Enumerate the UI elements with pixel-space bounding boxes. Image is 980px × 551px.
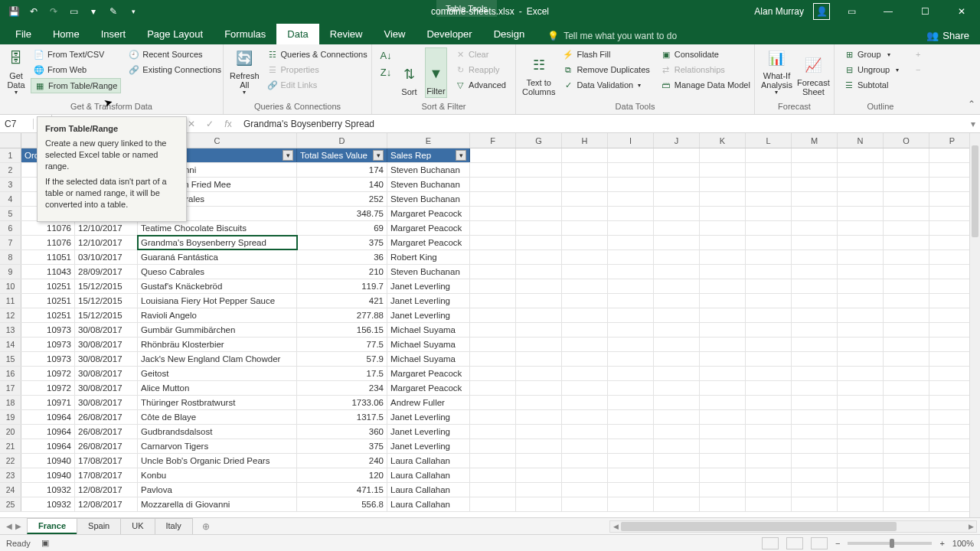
- cell[interactable]: [929, 207, 975, 220]
- tab-file[interactable]: File: [5, 24, 42, 44]
- cell[interactable]: 240: [297, 454, 387, 468]
- cell[interactable]: [884, 381, 929, 395]
- cell[interactable]: [746, 323, 792, 337]
- cell[interactable]: [470, 323, 516, 337]
- cell[interactable]: [654, 497, 700, 511]
- cell[interactable]: [654, 381, 700, 395]
- cell[interactable]: [470, 308, 516, 322]
- cell[interactable]: [562, 352, 608, 366]
- cell[interactable]: 15/12/2015: [75, 308, 138, 322]
- cell[interactable]: [884, 294, 929, 308]
- cell[interactable]: [792, 439, 838, 453]
- page-layout-view-button[interactable]: [786, 537, 803, 549]
- cell[interactable]: [516, 163, 562, 177]
- cell[interactable]: 26/08/2017: [75, 410, 138, 424]
- expand-formula-bar-icon[interactable]: ▾: [971, 119, 975, 129]
- cell[interactable]: [608, 410, 654, 424]
- cell[interactable]: [700, 454, 746, 468]
- qat-more-icon[interactable]: ▾: [87, 5, 100, 18]
- queries-connections-button[interactable]: ☷Queries & Connections: [264, 47, 371, 61]
- cell[interactable]: Andrew Fuller: [387, 396, 470, 409]
- cell[interactable]: 10972: [21, 367, 75, 380]
- column-header[interactable]: N: [838, 133, 884, 148]
- cell[interactable]: 156.15: [297, 323, 387, 337]
- tab-formulas[interactable]: Formulas: [214, 24, 276, 44]
- cell[interactable]: [746, 178, 792, 191]
- cell[interactable]: Steven Buchanan: [387, 265, 470, 279]
- column-header[interactable]: M: [792, 133, 838, 148]
- cell[interactable]: Steven Buchanan: [387, 192, 470, 206]
- cell[interactable]: [700, 207, 746, 220]
- cell[interactable]: [700, 192, 746, 206]
- ungroup-button[interactable]: ⊟Ungroup▾: [841, 63, 902, 77]
- row-header[interactable]: 21: [0, 439, 21, 453]
- cell[interactable]: [562, 192, 608, 206]
- cell[interactable]: 15/12/2015: [75, 294, 138, 308]
- cell[interactable]: [470, 468, 516, 482]
- cell[interactable]: [562, 178, 608, 191]
- cell[interactable]: [884, 439, 929, 453]
- cell[interactable]: [929, 294, 975, 308]
- row-header[interactable]: 24: [0, 483, 21, 497]
- cell[interactable]: [700, 410, 746, 424]
- column-header[interactable]: F: [470, 133, 516, 148]
- cell[interactable]: [608, 381, 654, 395]
- cell[interactable]: Mozzarella di Giovanni: [138, 497, 297, 511]
- cell[interactable]: [884, 178, 929, 191]
- cell[interactable]: [516, 439, 562, 453]
- cell[interactable]: 471.15: [297, 483, 387, 497]
- cell[interactable]: [746, 250, 792, 264]
- cell[interactable]: 36: [297, 250, 387, 264]
- cell[interactable]: [608, 148, 654, 162]
- row-header[interactable]: 13: [0, 323, 21, 337]
- cell[interactable]: 234: [297, 381, 387, 395]
- cell[interactable]: [884, 250, 929, 264]
- formula-input[interactable]: Grandma's Boysenberry Spread: [237, 119, 980, 129]
- eraser-icon[interactable]: ✎: [107, 5, 119, 18]
- cell[interactable]: [470, 192, 516, 206]
- cell[interactable]: [608, 352, 654, 366]
- cell[interactable]: [746, 192, 792, 206]
- cell[interactable]: [470, 396, 516, 409]
- cell[interactable]: Alice Mutton: [138, 381, 297, 395]
- cell[interactable]: [746, 207, 792, 220]
- cell[interactable]: [746, 279, 792, 293]
- cell[interactable]: Michael Suyama: [387, 337, 470, 351]
- cell[interactable]: [792, 236, 838, 249]
- column-header[interactable]: J: [654, 133, 700, 148]
- sheet-nav-next-icon[interactable]: ▶: [15, 522, 21, 530]
- table-header[interactable]: Total Sales Value▾: [297, 148, 387, 162]
- cell[interactable]: 26/08/2017: [75, 439, 138, 453]
- cell[interactable]: 12/10/2017: [75, 221, 138, 235]
- cell[interactable]: Margaret Peacock: [387, 207, 470, 220]
- cell[interactable]: 11043: [21, 265, 75, 279]
- cell[interactable]: [746, 265, 792, 279]
- cell[interactable]: 1733.06: [297, 396, 387, 409]
- cell[interactable]: [516, 337, 562, 351]
- qat-dropdown-icon[interactable]: ▾: [127, 5, 139, 18]
- cell[interactable]: 10973: [21, 352, 75, 366]
- cell[interactable]: [470, 410, 516, 424]
- cell[interactable]: [792, 178, 838, 191]
- cell[interactable]: [516, 323, 562, 337]
- cell[interactable]: [470, 250, 516, 264]
- cell[interactable]: [838, 367, 884, 380]
- cell[interactable]: Laura Callahan: [387, 497, 470, 511]
- cell[interactable]: [470, 425, 516, 439]
- cell[interactable]: [700, 250, 746, 264]
- cell[interactable]: Laura Callahan: [387, 483, 470, 497]
- cell[interactable]: [516, 178, 562, 191]
- cell[interactable]: [929, 192, 975, 206]
- cell[interactable]: [746, 148, 792, 162]
- cell[interactable]: [929, 367, 975, 380]
- table-header[interactable]: Sales Rep▾: [387, 148, 470, 162]
- row-header[interactable]: 19: [0, 410, 21, 424]
- manage-data-model-button[interactable]: 🗃Manage Data Model: [658, 78, 753, 92]
- cell[interactable]: Pavlova: [138, 483, 297, 497]
- cell[interactable]: [516, 396, 562, 409]
- cell[interactable]: [700, 163, 746, 177]
- sort-button[interactable]: ⇅ Sort: [398, 47, 420, 98]
- cell[interactable]: [608, 250, 654, 264]
- cell[interactable]: [562, 265, 608, 279]
- cell[interactable]: [470, 178, 516, 191]
